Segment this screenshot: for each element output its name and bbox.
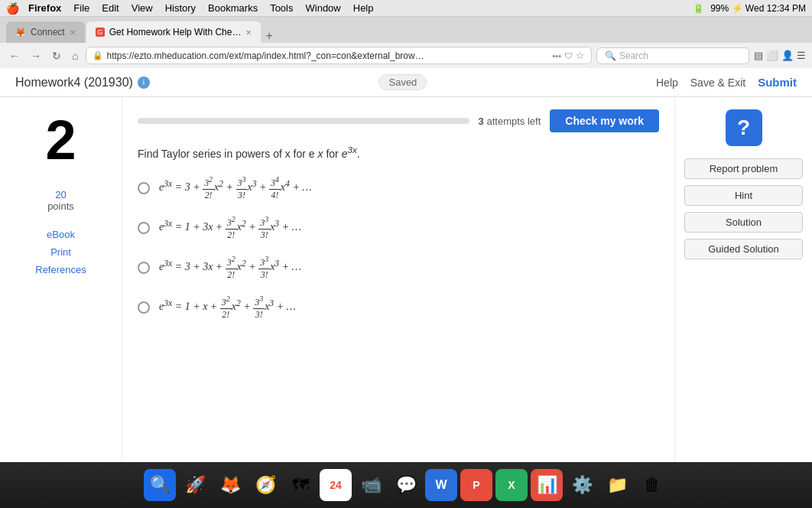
- answer-options: e3x = 3 + 322!x2 + 333!x3 + 344!x4 + … e…: [138, 175, 659, 321]
- app-header: Homework4 (201930) i Saved Help Save & E…: [0, 68, 812, 97]
- math-expr-a: e3x = 3 + 322!x2 + 333!x3 + 344!x4 + …: [159, 175, 312, 201]
- home-button[interactable]: ⌂: [69, 48, 81, 64]
- report-problem-button[interactable]: Report problem: [684, 158, 803, 179]
- homework-title-text: Homework4 (201930): [15, 76, 133, 90]
- tab-close-homework[interactable]: ✕: [245, 28, 252, 37]
- menu-bar: 🍎 Firefox File Edit View History Bookmar…: [0, 0, 812, 17]
- menu-edit[interactable]: Edit: [102, 2, 119, 14]
- radio-a[interactable]: [138, 182, 150, 194]
- tab-homework[interactable]: G Get Homework Help With Che… ✕: [86, 21, 261, 43]
- question-text: Find Taylor series in powers of x for e …: [138, 145, 659, 160]
- dock: 🔍 🚀 🦊 🧭 🗺 24 📹 💬 W P X 📊 ⚙️ 📁 🗑: [0, 462, 812, 508]
- references-button[interactable]: References: [12, 262, 109, 277]
- back-button[interactable]: ←: [6, 48, 23, 64]
- menu-view[interactable]: View: [132, 2, 153, 14]
- dock-finder[interactable]: 🔍: [144, 469, 176, 501]
- attempts-bar: 3 attempts left Check my work: [138, 109, 659, 132]
- nav-bar: ← → ↻ ⌂ 🔒 https://ezto.mheducation.com/e…: [0, 43, 812, 68]
- help-link[interactable]: Help: [656, 77, 678, 89]
- dock-finder2[interactable]: 📁: [601, 469, 633, 501]
- radio-c[interactable]: [138, 262, 150, 274]
- url-text: https://ezto.mheducation.com/ext/map/ind…: [106, 50, 549, 61]
- dock-excel[interactable]: X: [495, 469, 528, 501]
- answer-option-d: e3x = 1 + x + 322!x2 + 333!x3 + …: [138, 295, 659, 321]
- save-exit-link[interactable]: Save & Exit: [690, 77, 745, 89]
- dock-launchpad[interactable]: 🚀: [179, 469, 211, 501]
- dock-safari[interactable]: 🧭: [249, 469, 281, 501]
- left-buttons: eBook Print References: [12, 227, 109, 277]
- guided-solution-button[interactable]: Guided Solution: [684, 239, 803, 259]
- tab-bar: 🦊 Connect ✕ G Get Homework Help With Che…: [6, 21, 806, 43]
- points-label: points: [47, 200, 74, 212]
- battery-text: 99% ⚡ Wed 12:34 PM: [710, 3, 806, 14]
- reader-mode-icon[interactable]: 🛡: [564, 51, 573, 60]
- dock-trash[interactable]: 🗑: [636, 469, 668, 501]
- question-panel: 3 attempts left Check my work Find Taylo…: [122, 97, 674, 487]
- menu-window[interactable]: Window: [306, 2, 341, 14]
- tab-close-connect[interactable]: ✕: [70, 28, 76, 37]
- sidebar-icon[interactable]: ▤: [754, 50, 763, 61]
- menu-items: Firefox File Edit View History Bookmarks…: [28, 2, 374, 14]
- left-panel: 2 20 points eBook Print References: [0, 97, 122, 487]
- menu-bookmarks[interactable]: Bookmarks: [208, 2, 258, 14]
- menu-bar-right: 🔋 99% ⚡ Wed 12:34 PM: [693, 3, 806, 14]
- answer-option-c: e3x = 3 + 3x + 322!x2 + 333!x3 + …: [138, 255, 659, 281]
- bluetooth-icon: 🔋: [693, 3, 704, 14]
- search-placeholder: Search: [619, 50, 648, 61]
- print-button[interactable]: Print: [12, 245, 109, 259]
- browser-chrome: 🦊 Connect ✕ G Get Homework Help With Che…: [0, 17, 812, 43]
- menu-firefox[interactable]: Firefox: [28, 2, 61, 14]
- math-expr-b: e3x = 1 + 3x + 322!x2 + 333!x3 + …: [159, 215, 301, 241]
- dock-firefox[interactable]: 🦊: [214, 469, 246, 501]
- synced-tabs-icon[interactable]: ⬜: [766, 50, 778, 61]
- menu-file[interactable]: File: [73, 2, 89, 14]
- progress-track: [138, 118, 469, 124]
- menu-history[interactable]: History: [165, 2, 196, 14]
- ebook-button[interactable]: eBook: [12, 227, 109, 242]
- dock-powerpoint[interactable]: P: [460, 469, 492, 501]
- nav-icons: ▤ ⬜ 👤 ☰: [754, 50, 806, 61]
- radio-d[interactable]: [138, 301, 150, 314]
- info-icon[interactable]: i: [138, 77, 150, 89]
- check-my-work-button[interactable]: Check my work: [550, 109, 659, 132]
- page-content: Homework4 (201930) i Saved Help Save & E…: [0, 68, 812, 497]
- right-panel: ? Report problem Hint Solution Guided So…: [674, 97, 812, 487]
- math-expr-d: e3x = 1 + x + 322!x2 + 333!x3 + …: [159, 295, 296, 321]
- address-bar[interactable]: 🔒 https://ezto.mheducation.com/ext/map/i…: [86, 47, 592, 64]
- attempts-count: 3 attempts left: [479, 116, 541, 127]
- dock-word[interactable]: W: [425, 469, 457, 501]
- dock-maps[interactable]: 🗺: [284, 469, 317, 501]
- reload-button[interactable]: ↻: [49, 48, 64, 64]
- account-icon[interactable]: 👤: [781, 50, 794, 61]
- math-expr-c: e3x = 3 + 3x + 322!x2 + 333!x3 + …: [159, 255, 301, 281]
- dock-app1[interactable]: 📊: [531, 469, 563, 501]
- menu-tools[interactable]: Tools: [270, 2, 293, 14]
- main-area: 2 20 points eBook Print References 3 att…: [0, 97, 812, 487]
- solution-button[interactable]: Solution: [684, 212, 803, 233]
- answer-option-b: e3x = 1 + 3x + 322!x2 + 333!x3 + …: [138, 215, 659, 241]
- exponent: 3x: [347, 145, 356, 155]
- bookmark-star-icon[interactable]: ☆: [576, 50, 585, 61]
- points-value: 20: [47, 189, 74, 200]
- menu-help[interactable]: Help: [353, 2, 374, 14]
- dock-facetime[interactable]: 📹: [355, 469, 387, 501]
- tab-connect[interactable]: 🦊 Connect ✕: [6, 21, 85, 43]
- more-options-icon[interactable]: •••: [552, 51, 561, 60]
- dock-system-prefs[interactable]: ⚙️: [566, 469, 598, 501]
- hamburger-icon[interactable]: ☰: [797, 50, 806, 61]
- help-icon-button[interactable]: ?: [726, 109, 762, 146]
- new-tab-button[interactable]: +: [262, 29, 275, 43]
- apple-menu[interactable]: 🍎: [6, 2, 19, 15]
- dock-messages[interactable]: 💬: [390, 469, 422, 501]
- submit-button[interactable]: Submit: [758, 76, 797, 89]
- saved-badge: Saved: [378, 74, 427, 90]
- hint-button[interactable]: Hint: [684, 185, 803, 206]
- search-icon: 🔍: [605, 50, 616, 61]
- forward-button[interactable]: →: [28, 48, 44, 64]
- homework-title: Homework4 (201930) i: [15, 76, 150, 90]
- header-actions: Help Save & Exit Submit: [656, 76, 797, 89]
- dock-calendar[interactable]: 24: [320, 469, 352, 501]
- answer-option-a: e3x = 3 + 322!x2 + 333!x3 + 344!x4 + …: [138, 175, 659, 201]
- radio-b[interactable]: [138, 222, 150, 234]
- search-box[interactable]: 🔍 Search: [596, 47, 749, 64]
